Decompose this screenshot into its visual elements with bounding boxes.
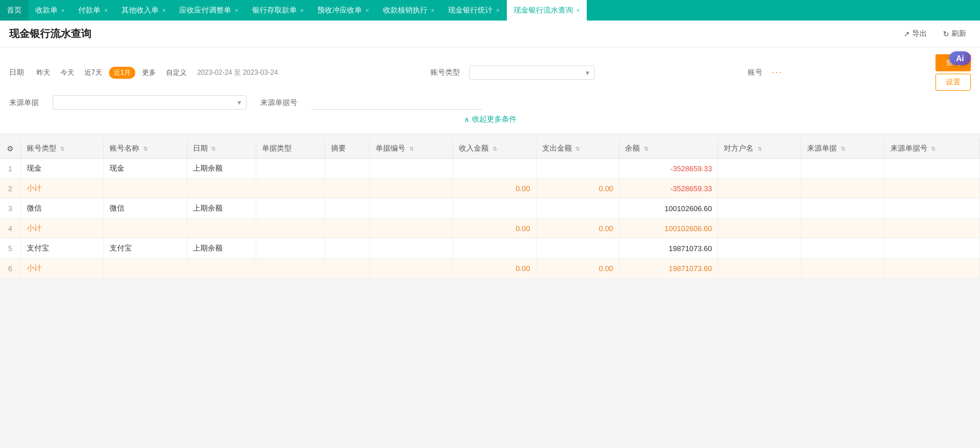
- account-no-ellipsis[interactable]: ···: [772, 67, 783, 78]
- col-account-name[interactable]: 账号名称 ⇅: [104, 139, 187, 159]
- date-btn-yesterday[interactable]: 昨天: [33, 67, 54, 79]
- sort-icon: ⇅: [493, 146, 497, 152]
- cell-date: 上期余额: [187, 199, 256, 219]
- cell-doc-no: [370, 239, 453, 259]
- account-no-area: ···: [772, 67, 783, 78]
- cell-date: [187, 259, 256, 279]
- col-source-doc-no-label: 来源单据号: [890, 144, 927, 152]
- col-doc-no[interactable]: 单据编号 ⇅: [370, 139, 453, 159]
- account-no-label: 账号: [748, 67, 763, 78]
- settings-button[interactable]: 设置: [935, 74, 971, 91]
- col-counterpart-label: 对方户名: [724, 144, 753, 152]
- nav-tab-label: 应收应付调整单: [179, 5, 231, 15]
- cell-expense: 0.00: [536, 179, 619, 199]
- nav-tab-home[interactable]: 首页: [0, 0, 29, 21]
- nav-tab-label: 收款单: [35, 5, 58, 15]
- source-doc-select[interactable]: ▾: [53, 95, 247, 110]
- col-source-doc[interactable]: 来源单据 ⇅: [801, 139, 885, 159]
- close-icon[interactable]: ×: [235, 7, 238, 14]
- chevron-down-icon: ▾: [586, 68, 590, 77]
- col-source-doc-no[interactable]: 来源单据号 ⇅: [884, 139, 979, 159]
- cell-income: [453, 239, 537, 259]
- nav-tab-4[interactable]: 应收应付调整单 ×: [172, 0, 245, 21]
- date-btn-7days[interactable]: 近7天: [81, 67, 106, 79]
- table-row: 5 支付宝 支付宝 上期余额 19871073.60: [0, 239, 980, 259]
- col-counterpart[interactable]: 对方户名 ⇅: [718, 139, 801, 159]
- nav-tab-7[interactable]: 收款核销执行 ×: [376, 0, 441, 21]
- filter-row-1: 日期 昨天 今天 近7天 近1月 更多 自定义 2023-02-24 至 202…: [9, 54, 971, 91]
- collapse-bar[interactable]: ∧ 收起更多条件: [9, 112, 971, 127]
- col-settings[interactable]: ⚙: [0, 139, 21, 159]
- cell-account-name: 支付宝: [104, 239, 187, 259]
- sort-icon: ⇅: [644, 146, 648, 152]
- cell-counterpart: [718, 159, 801, 179]
- cell-income: 0.00: [453, 219, 537, 239]
- source-doc-label: 来源单据: [9, 98, 39, 108]
- cell-expense: [536, 239, 619, 259]
- cell-date: 上期余额: [187, 239, 256, 259]
- cell-source-doc: [801, 199, 885, 219]
- col-date[interactable]: 日期 ⇅: [187, 139, 256, 159]
- col-doc-type-label: 单据类型: [262, 144, 292, 152]
- close-icon[interactable]: ×: [104, 7, 107, 14]
- cell-source-doc-no: [884, 219, 979, 239]
- date-btn-custom[interactable]: 自定义: [163, 67, 190, 79]
- close-icon[interactable]: ×: [496, 7, 499, 14]
- cell-counterpart: [718, 239, 801, 259]
- row-num: 6: [0, 259, 21, 279]
- table-row: 6 小计 0.00 0.00 19871073.60: [0, 259, 980, 279]
- table-row: 2 小计 0.00 0.00 -3528659.33: [0, 179, 980, 199]
- nav-tab-6[interactable]: 预收冲应收单 ×: [310, 0, 376, 21]
- col-expense[interactable]: 支出金额 ⇅: [536, 139, 619, 159]
- row-num: 2: [0, 179, 21, 199]
- chevron-up-icon: ∧: [464, 115, 470, 124]
- nav-tab-2[interactable]: 付款单 ×: [71, 0, 114, 21]
- cell-balance: -3528659.33: [619, 179, 718, 199]
- date-btn-more[interactable]: 更多: [139, 67, 159, 79]
- account-type-select[interactable]: ▾: [469, 66, 595, 80]
- col-income[interactable]: 收入金额 ⇅: [453, 139, 537, 159]
- cell-source-doc-no: [884, 199, 979, 219]
- nav-tab-8[interactable]: 现金银行统计 ×: [441, 0, 506, 21]
- cell-doc-no: [370, 259, 453, 279]
- nav-home-label: 首页: [7, 5, 22, 15]
- export-button[interactable]: ↗ 导出: [899, 26, 931, 41]
- close-icon[interactable]: ×: [300, 7, 304, 14]
- cell-doc-type: [256, 219, 325, 239]
- date-btn-today[interactable]: 今天: [57, 67, 78, 79]
- date-shortcuts: 昨天 今天 近7天 近1月 更多 自定义 2023-02-24 至 2023-0…: [33, 67, 278, 79]
- table-body: 1 现金 现金 上期余额 -3528659.33 2 小计 0.00 0.00 …: [0, 159, 980, 279]
- nav-tab-5[interactable]: 银行存取款单 ×: [245, 0, 310, 21]
- row-num: 3: [0, 199, 21, 219]
- cell-account-type: 小计: [21, 219, 104, 239]
- row-num: 4: [0, 219, 21, 239]
- cell-account-name: [104, 259, 187, 279]
- source-doc-no-input[interactable]: [311, 96, 482, 110]
- col-summary: 摘要: [325, 139, 370, 159]
- nav-tab-9[interactable]: 现金银行流水查询 ×: [507, 0, 587, 21]
- account-type-label: 账号类型: [430, 67, 460, 78]
- cell-balance: 100102606.60: [619, 199, 718, 219]
- date-btn-1month[interactable]: 近1月: [109, 67, 136, 79]
- cell-balance: 19871073.60: [619, 239, 718, 259]
- cell-account-name: 现金: [104, 159, 187, 179]
- nav-tab-3[interactable]: 其他收入单 ×: [115, 0, 172, 21]
- col-balance[interactable]: 余额 ⇅: [619, 139, 718, 159]
- cell-counterpart: [718, 259, 801, 279]
- close-icon[interactable]: ×: [365, 7, 369, 14]
- close-icon[interactable]: ×: [162, 7, 166, 14]
- close-icon[interactable]: ×: [61, 7, 64, 14]
- cell-source-doc-no: [884, 159, 979, 179]
- export-icon: ↗: [904, 30, 910, 38]
- col-account-type[interactable]: 账号类型 ⇅: [21, 139, 104, 159]
- refresh-button[interactable]: ↻ 刷新: [938, 26, 971, 41]
- ai-assistant-badge[interactable]: Ai: [949, 51, 971, 65]
- cell-account-name: [104, 219, 187, 239]
- cell-doc-type: [256, 199, 325, 219]
- nav-tab-1[interactable]: 收款单 ×: [29, 0, 71, 21]
- data-table: ⚙ 账号类型 ⇅ 账号名称 ⇅ 日期 ⇅ 单据类型 摘要: [0, 139, 980, 279]
- nav-tab-label: 银行存取款单: [252, 5, 297, 15]
- close-icon[interactable]: ×: [431, 7, 434, 14]
- close-icon[interactable]: ×: [576, 7, 580, 14]
- cell-summary: [325, 179, 370, 199]
